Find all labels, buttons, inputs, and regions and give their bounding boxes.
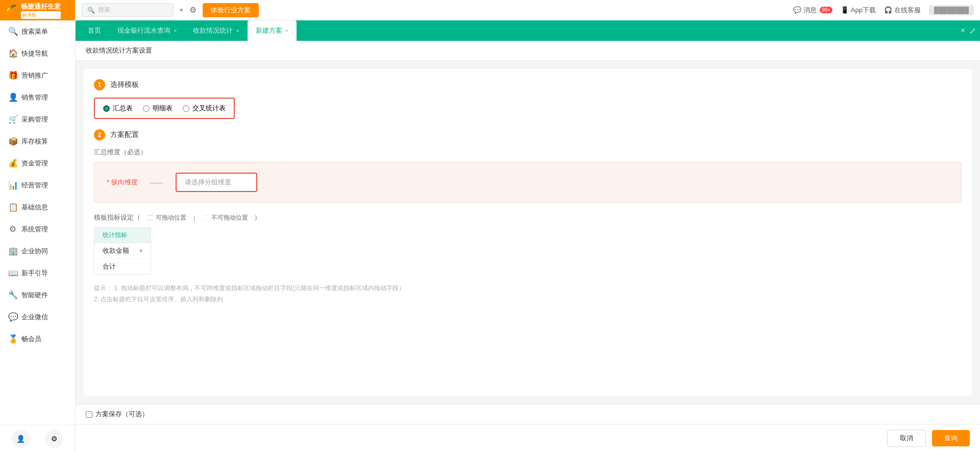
- sidebar-item-finance[interactable]: 💰 资金管理: [0, 152, 75, 174]
- quick-nav-icon: 🏠: [8, 49, 17, 58]
- sidebar-item-inventory[interactable]: 📦 库存核算: [0, 130, 75, 152]
- footer-bar: 取消 查询: [76, 424, 980, 452]
- sidebar-item-member[interactable]: 🏅 畅会员: [0, 328, 75, 350]
- content-area: 收款情况统计方案设置 1 选择模板 汇总表 明细表: [76, 41, 980, 452]
- search-menu-icon: 🔍: [8, 27, 17, 36]
- metrics-table: 统计指标 收款金额 ▾ 合计: [94, 227, 151, 275]
- sidebar-item-label: 经营管理: [21, 181, 48, 190]
- sidebar-item-operations[interactable]: 📊 经营管理: [0, 174, 75, 196]
- step2-title: 方案配置: [110, 130, 139, 139]
- tab-new-plan-close[interactable]: ×: [285, 28, 288, 34]
- sidebar-item-label: 基础信息: [21, 203, 48, 212]
- sidebar-item-wechat[interactable]: 💬 企业微信: [0, 306, 75, 328]
- dimension-config: 汇总维度（必选） * 纵向维度 —— 请选择分组维度: [94, 148, 962, 203]
- save-checkbox-input[interactable]: [86, 411, 92, 418]
- metrics-title-start: 模板指标设定（: [94, 213, 140, 222]
- logo-badge: 标准版: [21, 11, 61, 19]
- cancel-button[interactable]: 取消: [887, 430, 926, 447]
- enterprise-icon: 🏢: [8, 246, 17, 256]
- dim-arrow: ——: [150, 179, 163, 186]
- sidebar-item-label: 资金管理: [21, 159, 48, 168]
- operations-icon: 📊: [8, 180, 17, 190]
- draggable-label: 可拖动位置: [156, 213, 186, 222]
- metrics-item-label-1: 合计: [103, 262, 116, 271]
- online-service-btn[interactable]: 🎧 在线客服: [884, 6, 921, 15]
- page-breadcrumb: 收款情况统计方案设置: [76, 41, 980, 61]
- tab-receipt-stat-label: 收款情况统计: [193, 26, 233, 35]
- download-icon: 📱: [841, 6, 849, 14]
- template-detail[interactable]: 明细表: [143, 104, 173, 113]
- basic-info-icon: 📋: [8, 202, 17, 212]
- topbar-search-box[interactable]: 🔍 搜索: [82, 3, 174, 17]
- sidebar-item-label: 新手引导: [21, 269, 48, 278]
- metrics-title-end: ）: [254, 213, 261, 222]
- template-summary[interactable]: 汇总表: [103, 104, 133, 113]
- vertical-dim-label: * 纵向维度: [107, 178, 138, 187]
- sidebar: 🍊 畅捷通好生意 标准版 🔍 搜索菜单 🏠 快捷导航 🎁 营销推广 👤 销售管理…: [0, 0, 76, 452]
- sales-icon: 👤: [8, 92, 17, 102]
- sidebar-item-smart-hw[interactable]: 🔧 智能硬件: [0, 284, 75, 306]
- template-cross-radio[interactable]: [183, 105, 189, 112]
- sidebar-item-system[interactable]: ⚙ 系统管理: [0, 218, 75, 240]
- purchase-icon: 🛒: [8, 114, 17, 124]
- marketing-icon: 🎁: [8, 70, 17, 80]
- sidebar-item-purchase[interactable]: 🛒 采购管理: [0, 108, 75, 130]
- sidebar-user-btn[interactable]: 👤: [12, 430, 30, 448]
- sidebar-item-newbie[interactable]: 📖 新手引导: [0, 262, 75, 284]
- sidebar-item-label: 畅会员: [21, 335, 41, 344]
- metrics-config: 模板指标设定（ 可拖动位置 | 不可拖动位置 ） 统计指标: [94, 213, 962, 305]
- notification-label: 消息: [803, 6, 817, 15]
- tab-new-plan-label: 新建方案: [256, 26, 282, 35]
- sidebar-item-label: 搜索菜单: [21, 27, 48, 36]
- topbar-right: 💬 消息 99+ 📱 App下载 🎧 在线客服 ████████: [793, 5, 974, 15]
- search-icon: 🔍: [87, 7, 95, 14]
- tab-new-plan[interactable]: 新建方案 ×: [248, 20, 297, 41]
- step1-title: 选择模板: [110, 80, 139, 89]
- tab-bank-flow-close[interactable]: ×: [174, 28, 177, 34]
- sidebar-item-label: 企业微信: [21, 313, 48, 322]
- topbar: 🔍 搜索 ▾ ⚙ 体验行业方案 💬 消息 99+ 📱 App下载 🎧 在线客服 …: [76, 0, 980, 20]
- topbar-dropdown-arrow[interactable]: ▾: [180, 6, 183, 14]
- notification-icon: 💬: [793, 6, 801, 14]
- tab-receipt-stat[interactable]: 收款情况统计 ×: [185, 20, 247, 41]
- user-info[interactable]: ████████: [929, 5, 974, 15]
- query-button[interactable]: 查询: [932, 430, 970, 446]
- trial-btn[interactable]: 体验行业方案: [203, 3, 259, 17]
- metrics-item-0[interactable]: 收款金额 ▾: [94, 243, 151, 259]
- template-summary-radio[interactable]: [103, 105, 110, 112]
- save-option[interactable]: 方案保存（可选）: [86, 410, 149, 419]
- main-area: 🔍 搜索 ▾ ⚙ 体验行业方案 💬 消息 99+ 📱 App下载 🎧 在线客服 …: [76, 0, 980, 452]
- tab-bank-flow[interactable]: 现金银行流水查询 ×: [109, 20, 185, 41]
- template-cross[interactable]: 交叉统计表: [183, 104, 226, 113]
- smart-hw-icon: 🔧: [8, 290, 17, 300]
- metrics-item-dropdown-0[interactable]: ▾: [139, 247, 142, 254]
- template-detail-radio[interactable]: [143, 105, 150, 112]
- dim-select-btn[interactable]: 请选择分组维度: [176, 173, 257, 192]
- sidebar-item-marketing[interactable]: 🎁 营销推广: [0, 64, 75, 86]
- sidebar-item-sales[interactable]: 👤 销售管理: [0, 86, 75, 108]
- sidebar-item-enterprise[interactable]: 🏢 企业协同: [0, 240, 75, 262]
- step1-num: 1: [94, 79, 105, 90]
- metrics-item-label-0: 收款金额: [103, 246, 129, 255]
- notification-btn[interactable]: 💬 消息 99+: [793, 6, 832, 15]
- member-icon: 🏅: [8, 334, 17, 344]
- topbar-gear-icon[interactable]: ⚙: [189, 5, 197, 15]
- sidebar-item-search-menu[interactable]: 🔍 搜索菜单: [0, 20, 75, 42]
- service-label: 在线客服: [894, 6, 921, 15]
- sidebar-bottom: 👤 ⚙: [0, 425, 75, 452]
- sidebar-item-basic-info[interactable]: 📋 基础信息: [0, 196, 75, 218]
- tab-home[interactable]: 首页: [80, 20, 109, 41]
- step1-header: 1 选择模板: [94, 79, 962, 90]
- sidebar-settings-btn[interactable]: ⚙: [45, 430, 63, 448]
- minimize-btn[interactable]: ×: [961, 26, 965, 35]
- step2-header: 2 方案配置: [94, 129, 962, 140]
- metrics-category-header: 统计指标: [94, 228, 151, 243]
- logo-text: 畅捷通好生意: [21, 2, 61, 11]
- app-download-btn[interactable]: 📱 App下载: [841, 6, 876, 15]
- template-detail-label: 明细表: [153, 104, 173, 113]
- hint-text: 提示： 1. 拖动标题栏可以调整布局，不可跨维度或指标区域拖动栏目字段(只能在同…: [94, 283, 962, 305]
- maximize-btn[interactable]: ⤢: [969, 26, 976, 36]
- tab-receipt-stat-close[interactable]: ×: [236, 28, 239, 34]
- step2-section: 2 方案配置 汇总维度（必选） * 纵向维度 —— 请选择分组维度 模板指标设定…: [94, 129, 962, 305]
- sidebar-item-quick-nav[interactable]: 🏠 快捷导航: [0, 42, 75, 64]
